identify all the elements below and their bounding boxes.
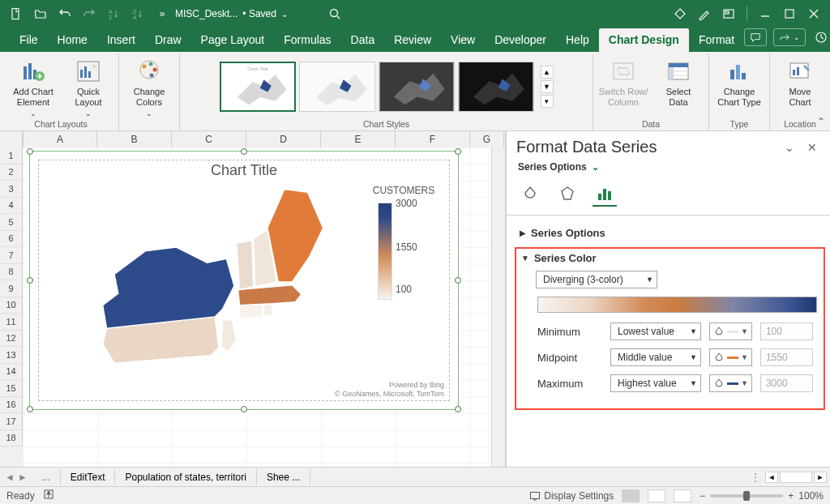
maximum-dropdown[interactable]: Highest value▼ <box>610 374 701 392</box>
midpoint-color-button[interactable]: ▼ <box>709 348 752 366</box>
effects-tab-icon[interactable] <box>555 182 580 207</box>
row-15[interactable]: 15 <box>0 380 23 397</box>
tab-format[interactable]: Format <box>689 28 744 52</box>
styles-more-icon[interactable]: ▾ <box>541 95 554 108</box>
hscroll-track[interactable] <box>780 472 812 483</box>
row-9[interactable]: 9 <box>0 280 23 297</box>
col-C[interactable]: C <box>172 131 246 147</box>
select-data-button[interactable]: Select Data <box>653 55 704 107</box>
tab-data[interactable]: Data <box>341 28 385 52</box>
page-layout-view-icon[interactable] <box>648 489 665 502</box>
row-12[interactable]: 12 <box>0 331 23 348</box>
row-3[interactable]: 3 <box>0 181 23 198</box>
tab-formulas[interactable]: Formulas <box>274 28 340 52</box>
cell-grid[interactable]: Chart Title <box>23 147 491 467</box>
row-4[interactable]: 4 <box>0 198 23 215</box>
chart-title[interactable]: Chart Title <box>39 160 449 181</box>
resize-handle[interactable] <box>455 148 461 155</box>
undo-icon[interactable] <box>53 2 76 25</box>
display-settings-button[interactable]: Display Settings <box>529 490 614 502</box>
zoom-in-icon[interactable]: + <box>788 490 794 502</box>
open-file-icon[interactable] <box>29 2 52 25</box>
add-chart-element-button[interactable]: Add Chart Element ⌄ <box>8 55 58 118</box>
resize-handle[interactable] <box>455 406 461 412</box>
search-icon[interactable] <box>323 2 346 25</box>
styles-down-icon[interactable]: ▼ <box>541 80 554 93</box>
page-break-view-icon[interactable] <box>674 489 691 502</box>
zoom-level[interactable]: 100% <box>798 490 824 502</box>
maximize-icon[interactable] <box>778 2 801 25</box>
row-7[interactable]: 7 <box>0 247 23 264</box>
row-1[interactable]: 1 <box>0 147 23 164</box>
sheet-tab-shee[interactable]: Shee ... <box>257 469 310 485</box>
fill-outline-tab-icon[interactable] <box>518 182 542 207</box>
zoom-slider[interactable] <box>710 494 783 498</box>
chart-style-3[interactable] <box>379 62 455 112</box>
series-color-fold[interactable]: ▼Series Color <box>521 252 819 264</box>
styles-up-icon[interactable]: ▲ <box>541 66 554 79</box>
minimum-dropdown[interactable]: Lowest value▼ <box>610 322 701 340</box>
tab-view[interactable]: View <box>441 28 485 52</box>
collapse-ribbon-icon[interactable]: ⌃ <box>817 116 825 127</box>
diamond-icon[interactable] <box>669 2 691 25</box>
row-16[interactable]: 16 <box>0 397 23 414</box>
chevron-down-icon[interactable]: ⌄ <box>592 162 599 173</box>
hscroll-right-icon[interactable]: ► <box>814 472 827 483</box>
chart-style-1[interactable]: Chart Title <box>220 62 296 112</box>
resize-handle[interactable] <box>27 148 33 155</box>
row-10[interactable]: 10 <box>0 297 23 314</box>
new-file-icon[interactable] <box>5 2 28 25</box>
sheet-tab-edittext[interactable]: EditText <box>61 469 116 485</box>
color-type-dropdown[interactable]: Diverging (3-color)▼ <box>536 271 657 288</box>
comments-icon[interactable] <box>744 28 767 46</box>
minimum-color-button[interactable]: ▼ <box>709 322 752 340</box>
tab-developer[interactable]: Developer <box>485 28 556 52</box>
tab-insert[interactable]: Insert <box>97 28 145 52</box>
resize-handle[interactable] <box>241 148 247 155</box>
row-2[interactable]: 2 <box>0 164 23 182</box>
tab-draw[interactable]: Draw <box>145 28 191 52</box>
tab-file[interactable]: File <box>10 28 48 52</box>
row-11[interactable]: 11 <box>0 314 23 331</box>
share-icon[interactable]: ⌄ <box>773 28 806 46</box>
embedded-chart[interactable]: Chart Title <box>29 151 459 410</box>
tab-page-layout[interactable]: Page Layout <box>191 28 275 52</box>
col-G[interactable]: G <box>470 131 504 147</box>
series-options-tab-icon[interactable] <box>593 182 617 207</box>
sort-asc-icon[interactable]: AZ <box>102 2 125 25</box>
chart-legend[interactable]: CUSTOMERS 3000 1550 100 <box>363 185 444 305</box>
pane-close-icon[interactable]: ✕ <box>804 139 820 156</box>
gradient-preview[interactable] <box>537 297 817 313</box>
resize-handle[interactable] <box>27 406 33 412</box>
redo-icon[interactable] <box>78 2 101 25</box>
col-A[interactable]: A <box>23 131 97 147</box>
row-14[interactable]: 14 <box>0 364 23 381</box>
map-plot-area[interactable] <box>47 182 352 382</box>
vertical-scrollbar[interactable] <box>491 147 505 467</box>
row-6[interactable]: 6 <box>0 231 23 248</box>
close-icon[interactable] <box>802 2 825 25</box>
sheet-nav-next-icon[interactable]: ► <box>18 472 28 483</box>
normal-view-icon[interactable] <box>622 489 640 502</box>
sheet-tab-more[interactable]: ... <box>32 469 61 485</box>
sheet-nav-prev-icon[interactable]: ◄ <box>5 472 15 483</box>
quick-layout-button[interactable]: Quick Layout ⌄ <box>63 55 113 118</box>
pen-icon[interactable] <box>693 2 716 25</box>
more-qat-icon[interactable]: » <box>151 2 173 25</box>
change-chart-type-button[interactable]: Change Chart Type <box>714 55 764 107</box>
row-13[interactable]: 13 <box>0 347 23 364</box>
tab-chart-design[interactable]: Chart Design <box>599 28 689 52</box>
col-D[interactable]: D <box>246 131 321 147</box>
pane-subtitle[interactable]: Series Options <box>518 161 587 173</box>
change-colors-button[interactable]: Change Colors ⌄ <box>124 55 174 118</box>
tab-home[interactable]: Home <box>48 28 97 52</box>
accessibility-icon[interactable] <box>43 489 54 502</box>
row-18[interactable]: 18 <box>0 430 23 447</box>
minimize-icon[interactable] <box>754 2 777 25</box>
row-5[interactable]: 5 <box>0 214 23 231</box>
chart-style-4[interactable] <box>458 62 534 112</box>
resize-handle[interactable] <box>27 277 33 284</box>
chart-style-2[interactable] <box>299 62 375 112</box>
row-17[interactable]: 17 <box>0 413 23 430</box>
move-chart-button[interactable]: Move Chart <box>775 55 825 107</box>
